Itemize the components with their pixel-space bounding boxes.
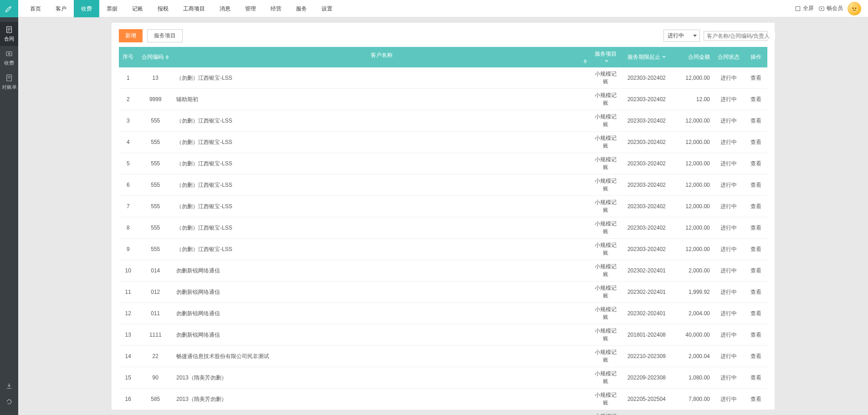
nav-item-10[interactable]: 服务 (289, 0, 314, 17)
cell-customer: （勿删）江西银宝-LSS (174, 153, 589, 174)
download-button[interactable] (0, 379, 18, 395)
refresh-button[interactable] (0, 395, 18, 410)
member-label: 畅会员 (827, 5, 843, 12)
table-row: 8555（勿删）江西银宝-LSS小规模记账202303-20240212,000… (119, 217, 767, 239)
nav-item-11[interactable]: 设置 (314, 0, 340, 17)
nav-item-4[interactable]: 记账 (125, 0, 150, 17)
view-link[interactable]: 查看 (751, 374, 761, 381)
view-link[interactable]: 查看 (751, 160, 761, 167)
cell-seq: 5 (119, 153, 137, 174)
fullscreen-button[interactable]: 全屏 (795, 5, 814, 12)
nav-item-0[interactable]: 首页 (23, 0, 48, 17)
cell-amount: 12,000.00 (672, 132, 713, 153)
new-button[interactable]: 新增 (119, 29, 143, 42)
nav-item-3[interactable]: 票据 (99, 0, 125, 17)
view-link[interactable]: 查看 (751, 310, 761, 317)
cell-seq: 11 (119, 282, 137, 303)
service-button[interactable]: 服务项目 (147, 29, 183, 42)
cell-status: 进行中 (713, 346, 745, 367)
nav-item-6[interactable]: 工商项目 (176, 0, 212, 17)
svg-point-3 (853, 7, 854, 9)
th-period[interactable]: 服务期限起止 (622, 47, 672, 67)
nav-item-8[interactable]: 管理 (238, 0, 263, 17)
nav-item-2[interactable]: 收费 (74, 0, 99, 17)
cell-status: 进行中 (713, 260, 745, 282)
cell-customer: （勿删）江西银宝-LSS (174, 132, 589, 153)
cell-status: 进行中 (713, 389, 745, 410)
cell-service: 小规模记账 (590, 346, 622, 367)
toolbar: 新增 服务项目 进行中 (119, 29, 767, 42)
view-link[interactable]: 查看 (751, 96, 761, 102)
cell-customer: 畅捷通信息技术股份有限公司民非测试 (174, 346, 589, 367)
nav-item-9[interactable]: 经营 (263, 0, 289, 17)
view-link[interactable]: 查看 (751, 118, 761, 124)
cell-seq: 9 (119, 239, 137, 260)
cell-customer: 畅捷通信息技术股份有限公司民非测试 (174, 410, 589, 415)
view-link[interactable]: 查看 (751, 267, 761, 274)
cell-customer: （勿删）江西银宝-LSS (174, 174, 589, 196)
cell-service: 小规模记账 (590, 217, 622, 239)
view-link[interactable]: 查看 (751, 353, 761, 359)
svg-point-7 (8, 53, 10, 55)
fee-icon (5, 50, 13, 58)
cell-seq: 1 (119, 67, 137, 89)
member-button[interactable]: 畅会员 (818, 5, 843, 12)
cell-seq: 3 (119, 110, 137, 132)
svg-point-2 (851, 5, 858, 12)
cell-amount: 12,000.00 (672, 174, 713, 196)
search-input[interactable] (707, 33, 775, 39)
view-link[interactable]: 查看 (751, 75, 761, 81)
cell-amount: 12,000.00 (672, 110, 713, 132)
cell-amount: 1,999.92 (672, 282, 713, 303)
nav-item-1[interactable]: 客户 (48, 0, 74, 17)
cell-status: 进行中 (713, 282, 745, 303)
nav-item-5[interactable]: 报税 (150, 0, 176, 17)
sidebar-item-contract[interactable]: 合同 (0, 22, 18, 46)
th-customer[interactable]: 客户名称 (174, 47, 589, 67)
cell-service: 小规模记账 (590, 324, 622, 346)
view-link[interactable]: 查看 (751, 332, 761, 338)
sidebar-item-fee[interactable]: 收费 (0, 46, 18, 70)
svg-rect-0 (796, 6, 800, 10)
cell-amount: 12,000.00 (672, 217, 713, 239)
cell-customer: （勿删）江西银宝-LSS (174, 196, 589, 217)
cell-code: 555 (137, 174, 174, 196)
cell-amount: 12,000.00 (672, 153, 713, 174)
cell-amount: 2,000.04 (672, 346, 713, 367)
refresh-icon (5, 398, 13, 405)
contract-icon (5, 26, 13, 34)
view-link[interactable]: 查看 (751, 182, 761, 188)
cell-status: 进行中 (713, 89, 745, 110)
sidebar-item-statement[interactable]: 对账单 (0, 70, 18, 94)
cell-service: 小规模记账 (590, 67, 622, 89)
view-link[interactable]: 查看 (751, 396, 761, 402)
download-icon (5, 382, 13, 389)
cell-code: 014 (137, 260, 174, 282)
view-link[interactable]: 查看 (751, 225, 761, 231)
cell-status: 进行中 (713, 217, 745, 239)
th-service[interactable]: 服务项目 (590, 47, 622, 67)
view-link[interactable]: 查看 (751, 246, 761, 252)
view-link[interactable]: 查看 (751, 289, 761, 295)
nav-item-7[interactable]: 消息 (212, 0, 238, 17)
filter-icon (662, 56, 666, 58)
cell-amount: 12,000.00 (672, 196, 713, 217)
cell-period: 202303-202402 (622, 239, 672, 260)
view-link[interactable]: 查看 (751, 203, 761, 210)
contract-table: 序号 合同编码 客户名称 服务项目 服务期限起止 合同金额 合同状态 操作 11… (119, 47, 767, 415)
user-avatar[interactable] (848, 2, 861, 15)
table-row: 165852013（隋美芳勿删）小规模记账202205-2025047,800.… (119, 389, 767, 410)
table-row: 29999辅助期初小规模记账202303-20240212.00进行中查看 (119, 89, 767, 110)
cell-customer: 2013（隋美芳勿删） (174, 367, 589, 389)
view-link[interactable]: 查看 (751, 139, 761, 145)
cell-customer: 2013（隋美芳勿删） (174, 389, 589, 410)
cell-amount: 12,000.00 (672, 67, 713, 89)
th-code[interactable]: 合同编码 (137, 47, 174, 67)
table-row: 4555（勿删）江西银宝-LSS小规模记账202303-20240212,000… (119, 132, 767, 153)
sort-icon (583, 59, 587, 63)
cell-service: 小规模记账 (590, 410, 622, 415)
status-select[interactable]: 进行中 (664, 30, 700, 42)
cell-status: 进行中 (713, 110, 745, 132)
cell-period: 202302-202401 (622, 303, 672, 324)
cell-amount: 2,000.04 (672, 410, 713, 415)
